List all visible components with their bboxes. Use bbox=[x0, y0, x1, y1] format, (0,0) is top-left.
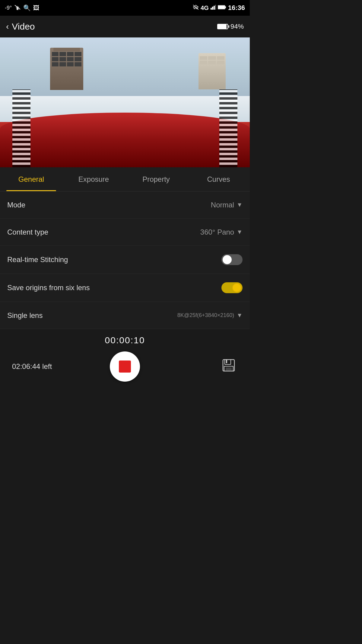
tab-curves[interactable]: Curves bbox=[187, 167, 250, 191]
battery-icon bbox=[217, 24, 228, 29]
time-left: 02:06:44 left bbox=[12, 362, 52, 371]
wifi-icon bbox=[14, 5, 21, 11]
status-left: -9° 🔍 🖼 bbox=[5, 4, 39, 11]
temperature: -9° bbox=[5, 5, 12, 11]
panorama-view bbox=[0, 37, 250, 167]
mode-label: Mode bbox=[7, 201, 25, 209]
tab-property[interactable]: Property bbox=[125, 167, 187, 191]
content-type-value-container[interactable]: 360° Pano ▼ bbox=[200, 228, 243, 236]
timer-value: 00:00:10 bbox=[105, 335, 145, 345]
mode-dropdown-arrow: ▼ bbox=[237, 201, 243, 208]
save-origins-knob bbox=[232, 283, 241, 292]
real-time-stitching-knob bbox=[223, 255, 232, 264]
mode-row[interactable]: Mode Normal ▼ bbox=[0, 191, 250, 219]
record-icon bbox=[119, 360, 131, 373]
record-button[interactable] bbox=[110, 351, 140, 382]
timer-section: 00:00:10 bbox=[0, 329, 250, 351]
svg-rect-11 bbox=[218, 6, 225, 9]
tab-exposure[interactable]: Exposure bbox=[62, 167, 125, 191]
svg-rect-9 bbox=[215, 5, 216, 10]
single-lens-value-container[interactable]: 8K@25f(6+3840×2160) ▼ bbox=[177, 312, 243, 319]
svg-rect-8 bbox=[214, 6, 215, 10]
status-bar: -9° 🔍 🖼 4G bbox=[0, 0, 250, 16]
tire-stripe-left bbox=[12, 89, 30, 167]
mode-value-container[interactable]: Normal ▼ bbox=[211, 201, 243, 209]
svg-rect-7 bbox=[212, 7, 213, 10]
save-icon bbox=[222, 358, 236, 375]
car-hood bbox=[0, 113, 250, 167]
content-type-dropdown-arrow: ▼ bbox=[237, 229, 243, 235]
tab-general[interactable]: General bbox=[0, 167, 62, 191]
save-origins-toggle[interactable] bbox=[221, 282, 243, 293]
search-icon: 🔍 bbox=[23, 4, 31, 11]
svg-rect-17 bbox=[226, 367, 232, 370]
top-title: Video bbox=[12, 21, 35, 32]
image-icon: 🖼 bbox=[33, 5, 39, 11]
building-center bbox=[50, 48, 83, 90]
battery-info: 94% bbox=[217, 23, 244, 30]
save-origins-row[interactable]: Save origins from six lens bbox=[0, 274, 250, 302]
real-time-stitching-row[interactable]: Real-time Stitching bbox=[0, 246, 250, 274]
wifi-signal-icon bbox=[193, 5, 199, 11]
single-lens-dropdown-arrow: ▼ bbox=[237, 312, 243, 319]
svg-rect-6 bbox=[211, 8, 212, 10]
tabs-container: General Exposure Property Curves bbox=[0, 167, 250, 191]
bottom-controls: 02:06:44 left bbox=[0, 351, 250, 388]
settings-list: Mode Normal ▼ Content type 360° Pano ▼ R… bbox=[0, 191, 250, 329]
battery-status-icon bbox=[218, 5, 226, 11]
battery-percent: 94% bbox=[230, 23, 244, 30]
content-type-row[interactable]: Content type 360° Pano ▼ bbox=[0, 219, 250, 246]
single-lens-label: Single lens bbox=[7, 311, 43, 320]
battery-fill bbox=[218, 24, 227, 29]
tire-stripe-right bbox=[219, 89, 237, 167]
back-icon: ‹ bbox=[6, 22, 9, 31]
back-button[interactable]: ‹ Video bbox=[6, 21, 35, 32]
svg-rect-15 bbox=[226, 360, 227, 363]
single-lens-row[interactable]: Single lens 8K@25f(6+3840×2160) ▼ bbox=[0, 302, 250, 329]
network-4g: 4G bbox=[201, 5, 209, 11]
save-origins-label: Save origins from six lens bbox=[7, 284, 90, 292]
save-button[interactable] bbox=[220, 357, 238, 376]
signal-bars-icon bbox=[211, 5, 216, 11]
content-type-label: Content type bbox=[7, 228, 48, 236]
status-time: 16:36 bbox=[228, 4, 245, 12]
real-time-stitching-toggle[interactable] bbox=[221, 254, 243, 265]
real-time-stitching-label: Real-time Stitching bbox=[7, 255, 68, 264]
record-button-container bbox=[110, 351, 140, 382]
svg-rect-12 bbox=[225, 6, 226, 8]
single-lens-value: 8K@25f(6+3840×2160) bbox=[177, 312, 234, 319]
svg-rect-14 bbox=[225, 360, 231, 364]
building-right bbox=[198, 53, 226, 89]
mode-value: Normal bbox=[211, 201, 234, 209]
status-right: 4G 16:36 bbox=[193, 4, 245, 12]
top-bar: ‹ Video 94% bbox=[0, 16, 250, 37]
content-type-value: 360° Pano bbox=[200, 228, 234, 236]
